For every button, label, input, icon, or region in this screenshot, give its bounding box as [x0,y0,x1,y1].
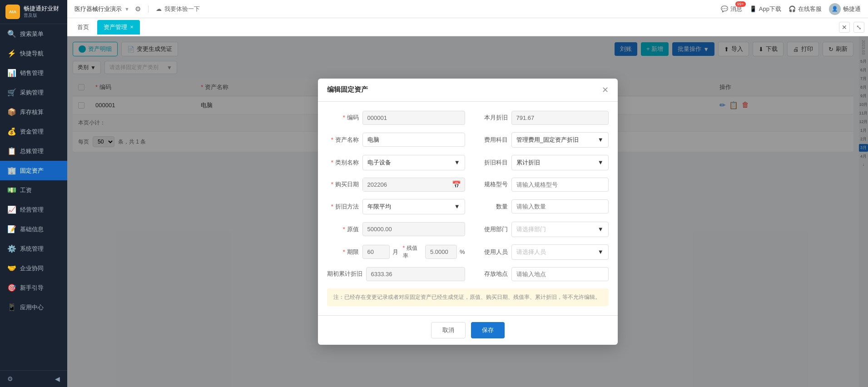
initial-accum-depr-input[interactable] [366,267,465,281]
sidebar-item-basic[interactable]: 📝 基础信息 [0,219,67,239]
quantity-label-text: 数量 [496,203,508,210]
sidebar-item-fixed-assets[interactable]: 🏢 固定资产 [0,161,67,180]
user-placeholder: 请选择人员 [516,248,546,256]
depr-method-select[interactable]: 年限平均 ▼ [362,199,465,214]
purchase-icon: 🛒 [7,88,15,97]
notification-btn[interactable]: 💬 消息 99+ [721,5,742,13]
dept-label-text: 使用部门 [484,226,508,233]
appstore-icon: 📱 [7,303,15,312]
topbar-gear-icon[interactable]: ⚙ [135,5,141,13]
dept-select[interactable]: 请选择部门 ▼ [511,222,609,237]
chevron-down-icon: ▼ [124,6,129,12]
service-btn[interactable]: 🎧 在线客服 [789,5,822,13]
tab-expand-btn[interactable]: ⤡ [853,22,864,33]
notification-badge: 99+ [735,1,746,7]
sidebar-item-purchase[interactable]: 🛒 采购管理 [0,83,67,102]
sidebar-item-inventory[interactable]: 📦 库存核算 [0,102,67,122]
cloud-icon: ☁ [156,5,162,12]
code-input[interactable] [362,111,465,125]
spec-input[interactable] [511,178,609,192]
user-avatar[interactable]: 👤 畅捷通 [829,3,861,15]
main-area: 医疗器械行业演示 ▼ ⚙ ☁ 我要体验一下 💬 消息 99+ 📱 App下载 🎧… [67,0,868,387]
sidebar-item-label: 搜索菜单 [20,30,44,38]
expense-subject-value: 管理费用_固定资产折旧 [516,136,579,144]
sidebar-item-quicknav[interactable]: ⚡ 快捷导航 [0,44,67,63]
residual-rate-input[interactable] [425,245,457,259]
code-label: * 编码 [327,114,359,122]
period-residual-field-row: * 期限 月 * 残值率 % [327,244,465,260]
dept-field-row: 使用部门 请选择部门 ▼ [476,222,609,237]
location-field-row: 存放地点 [476,267,609,281]
location-label: 存放地点 [476,270,508,278]
calendar-icon[interactable]: 📅 [448,180,465,189]
sidebar-item-sales[interactable]: 📊 销售管理 [0,63,67,83]
original-value-label: * 原值 [327,225,359,233]
category-select[interactable]: 电子设备 ▼ [362,155,465,170]
sidebar-item-guide[interactable]: 🎯 新手引导 [0,278,67,298]
name-input[interactable] [362,133,465,147]
sidebar-item-label: 企业协同 [20,264,44,273]
purchase-date-input[interactable] [363,178,448,191]
original-value-field-row: * 原值 [327,222,465,237]
save-button[interactable]: 保存 [471,322,505,338]
sidebar-nav: 🔍 搜索菜单 ⚡ 快捷导航 📊 销售管理 🛒 采购管理 📦 库存核算 💰 资金管… [0,24,67,370]
chevron-down-icon: ▼ [598,226,604,233]
sidebar-item-system[interactable]: ⚙️ 系统管理 [0,239,67,258]
quicknav-icon: ⚡ [7,49,15,58]
quantity-input[interactable] [511,199,609,213]
purchase-date-input-wrapper: 📅 [362,178,465,192]
sidebar-item-search[interactable]: 🔍 搜索菜单 [0,24,67,44]
sidebar-item-payroll[interactable]: 💵 工资 [0,180,67,200]
modal-note: 注：已经存在变更记录或者对应固定资产已经生成凭证，原值、购买日期、残值率、累计折… [327,288,609,306]
sidebar-item-ops[interactable]: 📈 经营管理 [0,200,67,219]
payroll-icon: 💵 [7,186,15,194]
period-label: * 期限 [327,248,359,256]
chevron-down-icon: ▼ [598,136,604,143]
ops-icon: 📈 [7,205,15,214]
location-input[interactable] [511,267,609,281]
spec-label: 规格型号 [476,180,508,189]
expense-subject-select[interactable]: 管理费用_固定资产折旧 ▼ [511,132,609,148]
tab-asset-mgmt[interactable]: 资产管理 ✕ [97,20,140,35]
modal-close-btn[interactable]: ✕ [602,85,609,95]
sidebar-item-label: 基础信息 [20,225,44,233]
sidebar-item-label: 库存核算 [20,108,44,116]
app-name: 畅捷通好业财 [24,5,59,13]
original-value-input[interactable] [362,222,465,236]
period-unit: 月 [392,248,398,256]
user-select[interactable]: 请选择人员 ▼ [511,244,609,260]
sidebar-item-label: 快捷导航 [20,50,44,58]
tab-home-label: 首页 [77,23,89,31]
period-input[interactable] [362,245,390,259]
depr-method-label-text: 折旧方法 [335,203,359,210]
sidebar-item-ledger[interactable]: 📋 总账管理 [0,141,67,161]
period-label-text: 期限 [347,248,359,255]
topbar-experience[interactable]: ☁ 我要体验一下 [156,5,200,13]
download-btn[interactable]: 📱 App下载 [749,5,781,13]
sidebar-item-appstore[interactable]: 📱 应用中心 [0,298,67,317]
monthly-depr-label-text: 本月折旧 [484,114,508,121]
sidebar-item-label: 新手引导 [20,284,44,292]
collapse-icon[interactable]: ◀ [55,375,60,382]
sidebar-item-finance[interactable]: 💰 资金管理 [0,122,67,141]
topbar-title: 医疗器械行业演示 ▼ [74,5,129,13]
initial-accum-depr-label-text: 期初累计折旧 [327,270,362,277]
notification-icon: 💬 [721,5,728,12]
location-label-text: 存放地点 [484,270,508,277]
rate-unit: % [460,248,465,255]
sidebar-item-collab[interactable]: 🤝 企业协同 [0,258,67,278]
spec-field-row: 规格型号 [476,178,609,192]
depr-subject-select[interactable]: 累计折旧 ▼ [511,155,609,170]
settings-icon[interactable]: ⚙ [7,375,13,382]
depr-subject-label: 折旧科目 [476,159,508,167]
search-icon: 🔍 [7,30,15,38]
monthly-depr-input[interactable] [511,111,609,125]
cancel-button[interactable]: 取消 [431,322,466,338]
chevron-down-icon: ▼ [454,203,460,210]
sidebar-item-label: 系统管理 [20,245,44,253]
tab-close-btn[interactable]: ✕ [839,22,850,33]
topbar-experience-label: 我要体验一下 [164,5,200,13]
topbar-right: 💬 消息 99+ 📱 App下载 🎧 在线客服 👤 畅捷通 [721,3,861,15]
tab-close-icon[interactable]: ✕ [130,25,134,30]
tab-home[interactable]: 首页 [71,20,95,35]
